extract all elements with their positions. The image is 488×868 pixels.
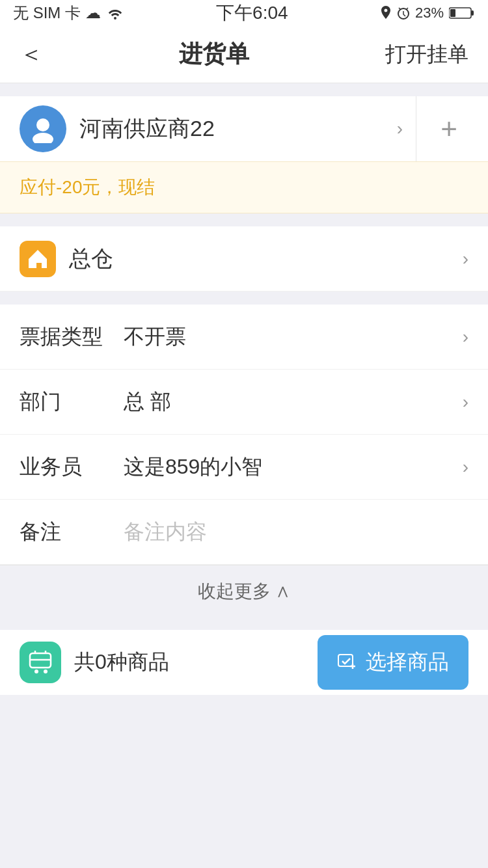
status-bar: 无 SIM 卡 ☁ 下午6:04 23% xyxy=(0,0,488,26)
location-icon xyxy=(380,6,392,20)
product-count: 共0种商品 xyxy=(74,648,318,677)
svg-rect-3 xyxy=(450,9,455,17)
dept-value: 总 部 xyxy=(111,388,456,416)
remark-row[interactable]: 备注 备注内容 xyxy=(0,500,488,565)
svg-rect-9 xyxy=(338,655,353,666)
warning-text: 应付-20元，现结 xyxy=(20,177,155,197)
invoice-value: 不开票 xyxy=(111,323,456,351)
staff-chevron-icon: › xyxy=(463,457,468,478)
collapse-button[interactable]: 收起更多 ∧ xyxy=(0,565,488,617)
staff-row[interactable]: 业务员 这是859的小智 › xyxy=(0,435,488,500)
open-pending-button[interactable]: 打开挂单 xyxy=(385,40,468,69)
warehouse-icon xyxy=(20,241,56,277)
empty-area xyxy=(0,695,488,868)
battery-icon xyxy=(449,7,475,20)
dept-chevron-icon: › xyxy=(463,392,468,413)
signal-text: 无 SIM 卡 ☁ xyxy=(13,3,101,23)
person-icon xyxy=(29,115,57,143)
bottom-product-section: 共0种商品 选择商品 xyxy=(0,630,488,695)
alarm-icon xyxy=(397,6,410,20)
warehouse-name: 总仓 xyxy=(69,244,456,274)
collapse-label: 收起更多 ∧ xyxy=(198,579,291,604)
supplier-section: 河南供应商22 › + xyxy=(0,96,488,161)
supplier-name: 河南供应商22 xyxy=(79,114,390,144)
svg-point-5 xyxy=(33,133,53,143)
dept-label: 部门 xyxy=(20,388,111,416)
supplier-avatar xyxy=(20,105,66,152)
invoice-row[interactable]: 票据类型 不开票 › xyxy=(0,305,488,370)
wifi-icon xyxy=(106,7,124,20)
select-product-button[interactable]: 选择商品 xyxy=(318,635,468,690)
svg-point-7 xyxy=(34,670,38,673)
status-time: 下午6:04 xyxy=(216,1,288,25)
cart-icon xyxy=(27,651,53,674)
remark-label: 备注 xyxy=(20,518,111,547)
back-button[interactable]: ＜ xyxy=(20,38,43,70)
battery-text: 23% xyxy=(415,5,444,21)
svg-point-8 xyxy=(44,670,47,673)
product-icon xyxy=(20,642,61,683)
warning-banner: 应付-20元，现结 xyxy=(0,161,488,213)
warehouse-chevron-icon: › xyxy=(463,249,468,269)
page-title: 进货单 xyxy=(179,38,249,70)
house-icon xyxy=(26,247,49,271)
status-left: 无 SIM 卡 ☁ xyxy=(13,3,124,23)
nav-bar: ＜ 进货单 打开挂单 xyxy=(0,26,488,83)
invoice-chevron-icon: › xyxy=(463,327,468,347)
select-product-label: 选择商品 xyxy=(366,648,449,677)
invoice-label: 票据类型 xyxy=(20,323,111,351)
supplier-chevron-icon: › xyxy=(397,118,403,139)
form-section: 票据类型 不开票 › 部门 总 部 › 业务员 这是859的小智 › 备注 备注… xyxy=(0,305,488,617)
content-area: 河南供应商22 › + 应付-20元，现结 总仓 › 票据类型 不开票 › 部门… xyxy=(0,96,488,868)
svg-point-4 xyxy=(36,118,49,131)
dept-row[interactable]: 部门 总 部 › xyxy=(0,370,488,435)
add-supplier-button[interactable]: + xyxy=(416,96,468,161)
warehouse-section[interactable]: 总仓 › xyxy=(0,226,488,292)
supplier-row[interactable]: 河南供应商22 › xyxy=(20,96,416,161)
staff-label: 业务员 xyxy=(20,453,111,481)
staff-value: 这是859的小智 xyxy=(111,453,456,481)
svg-rect-2 xyxy=(471,10,474,16)
select-product-icon xyxy=(337,653,358,671)
remark-input[interactable]: 备注内容 xyxy=(111,518,468,547)
status-right: 23% xyxy=(380,5,475,21)
